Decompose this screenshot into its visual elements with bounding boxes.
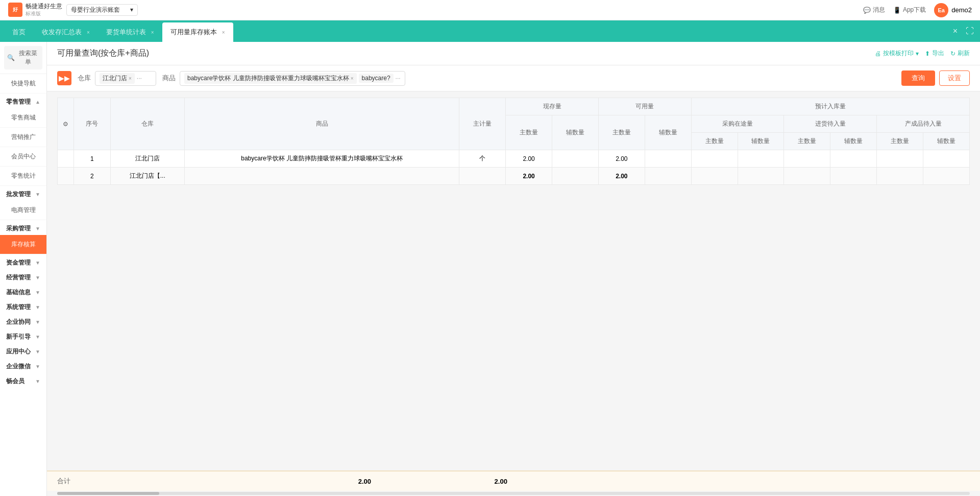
th-arrival-group: 进货待入量	[784, 115, 877, 133]
sidebar-section-appstore[interactable]: 应用中心 ▼	[0, 343, 46, 358]
sidebar-item-marketing[interactable]: 营销推广	[0, 128, 46, 147]
table-container: ⚙ 序号 仓库 商品 主计量 现存量 可用量 预计入库量 主数量 辅数量 主数量…	[47, 91, 980, 470]
avatar-text: Ea	[938, 7, 945, 13]
print-btn[interactable]: 🖨 按模板打印 ▾	[875, 49, 919, 58]
sidebar-section-system[interactable]: 系统管理 ▼	[0, 299, 46, 314]
app-icon: 📱	[893, 7, 901, 14]
settings-button[interactable]: 设置	[939, 70, 970, 86]
warehouse-tag: 江北门店 ×	[100, 73, 135, 84]
filter-expand-btn[interactable]: ▶▶	[57, 71, 71, 85]
tab-receive-label: 收发存汇总表	[42, 28, 82, 37]
th-production-group: 产成品待入量	[877, 115, 970, 133]
sidebar-search-area: 🔍 搜索菜单	[0, 42, 46, 74]
cell-product-2	[184, 168, 459, 185]
th-settings[interactable]: ⚙	[58, 98, 74, 150]
chevron-finance-icon: ▼	[35, 260, 40, 266]
warehouse-filter-input[interactable]: 江北门店 × ···	[95, 71, 156, 86]
th-warehouse: 仓库	[110, 98, 184, 150]
avatar: Ea	[934, 3, 948, 17]
search-icon: 🔍	[7, 54, 15, 61]
sidebar-section-newbie[interactable]: 新手引导 ▼	[0, 328, 46, 343]
footer-available-main: 2.00	[495, 478, 507, 485]
th-production-main: 主数量	[877, 133, 923, 150]
chevron-down-icon: ▾	[130, 6, 133, 13]
tab-receive-close[interactable]: ×	[87, 30, 90, 35]
cell-available-main-1: 2.00	[598, 150, 645, 168]
tab-receive[interactable]: 收发存汇总表 ×	[34, 22, 98, 42]
sidebar-item-inventory[interactable]: 库存核算	[0, 235, 46, 254]
product-tag-1-remove[interactable]: ×	[351, 76, 354, 81]
cell-purchase-aux-2	[738, 168, 784, 185]
th-available-main: 主数量	[598, 115, 645, 150]
close-all-btn[interactable]: ×	[951, 25, 960, 38]
app-download-btn[interactable]: 📱 App下载	[893, 6, 926, 14]
message-icon: 💬	[863, 7, 871, 14]
sidebar-item-member-center[interactable]: 会员中心	[0, 147, 46, 167]
th-num: 序号	[74, 98, 111, 150]
sidebar-item-retail-stats[interactable]: 零售统计	[0, 167, 46, 186]
sidebar-section-wechat[interactable]: 企业微信 ▼	[0, 358, 46, 373]
chevron-app-icon: ▼	[35, 349, 40, 355]
sidebar-section-purchase[interactable]: 采购管理 ▼	[0, 220, 46, 235]
logo-area: 好 畅捷通好生意 标准版	[8, 3, 62, 17]
th-unit: 主计量	[459, 98, 506, 150]
cell-num-2: 2	[74, 168, 111, 185]
footer-label: 合计	[57, 477, 70, 486]
scroll-thumb[interactable]	[57, 492, 159, 495]
product-tag-2: babycare?	[359, 74, 394, 83]
message-btn[interactable]: 💬 消息	[863, 6, 885, 14]
th-product: 商品	[184, 98, 459, 150]
export-btn[interactable]: ⬆ 导出	[925, 49, 944, 58]
search-menu-btn[interactable]: 🔍 搜索菜单	[4, 46, 42, 69]
logo-text-area: 畅捷通好生意 标准版	[26, 3, 62, 17]
th-arrival-aux: 辅数量	[830, 133, 877, 150]
maximize-btn[interactable]: ⛶	[964, 25, 976, 38]
product-tag-1-text: babycare学饮杯 儿童防摔防撞吸管杯重力球吸嘴杯宝宝水杯	[187, 74, 349, 83]
sidebar-section-enterprise[interactable]: 企业协同 ▼	[0, 314, 46, 328]
user-name: demo2	[951, 6, 972, 14]
industry-select[interactable]: 母婴行业演示账套 ▾	[66, 4, 138, 16]
warehouse-tag-text: 江北门店	[103, 74, 127, 83]
cell-settings-1	[58, 150, 74, 168]
query-button[interactable]: 查询	[901, 70, 935, 86]
table-row: 2 江北门店【... 2.00 2.00	[58, 168, 970, 185]
refresh-btn[interactable]: ↻ 刷新	[950, 49, 970, 58]
sidebar-section-member[interactable]: 畅会员 ▼	[0, 373, 46, 388]
sidebar-section-wholesale[interactable]: 批发管理 ▼	[0, 186, 46, 201]
sidebar-section-finance-label: 资金管理	[6, 258, 31, 267]
product-filter-group: 商品 babycare学饮杯 儿童防摔防撞吸管杯重力球吸嘴杯宝宝水杯 × bab…	[162, 71, 405, 86]
warehouse-tag-remove[interactable]: ×	[129, 76, 132, 81]
sidebar-item-quick-nav[interactable]: 快捷导航	[0, 74, 46, 93]
cell-arrival-aux-2	[830, 168, 877, 185]
tab-order[interactable]: 要货单统计表 ×	[98, 22, 162, 42]
tab-order-close[interactable]: ×	[151, 30, 154, 35]
warehouse-filter-label: 仓库	[78, 74, 91, 83]
cell-available-main-2: 2.00	[598, 168, 645, 185]
scroll-track[interactable]	[57, 492, 970, 495]
user-area[interactable]: Ea demo2	[934, 3, 972, 17]
tab-home[interactable]: 首页	[4, 22, 34, 42]
sidebar-section-wechat-label: 企业微信	[6, 362, 31, 371]
sidebar-item-ecommerce[interactable]: 电商管理	[0, 201, 46, 220]
cell-purchase-aux-1	[738, 150, 784, 168]
th-group-available: 可用量	[598, 98, 691, 115]
warehouse-more[interactable]: ···	[137, 75, 142, 82]
cell-product-1: babycare学饮杯 儿童防摔防撞吸管杯重力球吸嘴杯宝宝水杯	[184, 150, 459, 168]
tab-available[interactable]: 可用量库存账本 ×	[162, 22, 233, 42]
product-more[interactable]: ···	[396, 75, 401, 82]
sidebar-section-finance[interactable]: 资金管理 ▼	[0, 254, 46, 269]
th-purchase-main: 主数量	[691, 133, 738, 150]
product-filter-input[interactable]: babycare学饮杯 儿童防摔防撞吸管杯重力球吸嘴杯宝宝水杯 × babyca…	[180, 71, 405, 86]
main-layout: 🔍 搜索菜单 快捷导航 零售管理 ▲ 零售商城 营销推广 会员中心 零售统计 批…	[0, 42, 980, 496]
chevron-wx-icon: ▼	[35, 364, 40, 369]
sidebar-section-member-label: 畅会员	[6, 377, 24, 386]
sidebar-section-operations[interactable]: 经营管理 ▼	[0, 269, 46, 284]
th-stock-aux: 辅数量	[552, 115, 599, 150]
sidebar-item-retail-mall[interactable]: 零售商城	[0, 108, 46, 128]
tab-available-close[interactable]: ×	[222, 30, 225, 35]
th-stock-main: 主数量	[506, 115, 552, 150]
sidebar-section-basic[interactable]: 基础信息 ▼	[0, 284, 46, 299]
cell-purchase-main-1	[691, 150, 738, 168]
sidebar-section-retail[interactable]: 零售管理 ▲	[0, 93, 46, 108]
page-title: 可用量查询(按仓库+商品)	[57, 48, 149, 59]
